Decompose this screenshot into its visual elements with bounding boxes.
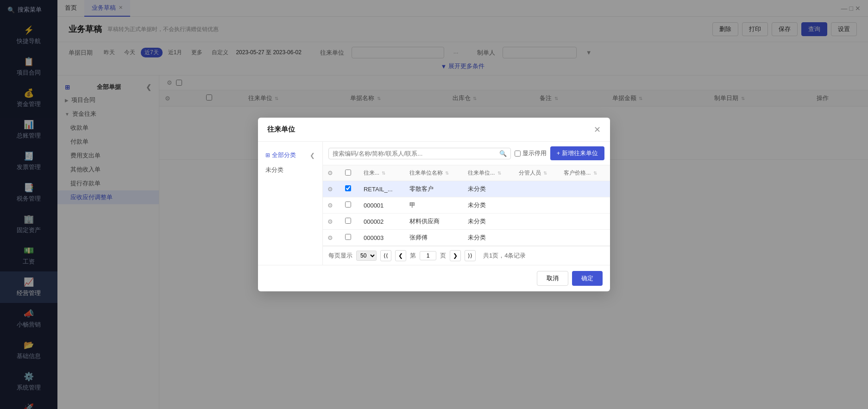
page-label: 第: [410, 252, 416, 260]
dialog-body: ⊞ 全部分类 ❮ 未分类 🔍 显示停用: [258, 142, 610, 265]
dialog-right: 🔍 显示停用 + 新增往来单位 ⚙: [323, 142, 610, 265]
row-price: [559, 181, 610, 197]
row-category: 未分类: [463, 197, 514, 214]
dialog-overlay: 往来单位 ✕ ⊞ 全部分类 ❮ 未分类: [0, 0, 868, 409]
page-next-btn[interactable]: ❯: [450, 250, 461, 261]
show-disabled-label[interactable]: 显示停用: [515, 149, 547, 157]
cancel-button[interactable]: 取消: [537, 271, 568, 286]
table-row[interactable]: ⚙ 000003 张师傅 未分类: [323, 230, 610, 246]
row-checkbox[interactable]: [340, 181, 359, 197]
confirm-button[interactable]: 确定: [572, 271, 603, 286]
table-row[interactable]: ⚙ RETAIL_... 零散客户 未分类: [323, 181, 610, 197]
search-icon: 🔍: [499, 150, 507, 157]
dialog-close-icon[interactable]: ✕: [594, 126, 601, 134]
row-category: 未分类: [463, 181, 514, 197]
dialog-all-category[interactable]: ⊞ 全部分类 ❮: [258, 147, 322, 163]
partner-table: ⚙ 往来... ⇅ 往来单位名称 ⇅ 往来单位... ⇅ 分管人员 ⇅ 客户价格…: [323, 165, 610, 246]
page-total-info: 共1页，4条记录: [483, 252, 526, 260]
table-row[interactable]: ⚙ 000002 材料供应商 未分类: [323, 214, 610, 230]
dlg-per-page-select[interactable]: 50: [356, 251, 377, 261]
row-code: 000002: [359, 214, 405, 230]
dialog-actions: 取消 确定: [258, 265, 610, 291]
show-disabled-checkbox[interactable]: [515, 151, 521, 157]
row-settings: ⚙: [323, 214, 340, 230]
dlg-per-page-label: 每页显示: [328, 252, 352, 260]
dialog-unclassified[interactable]: 未分类: [258, 163, 322, 177]
row-settings: ⚙: [323, 230, 340, 246]
row-category: 未分类: [463, 214, 514, 230]
dialog-header: 往来单位 ✕: [258, 118, 610, 142]
dtcol-code[interactable]: 往来... ⇅: [359, 165, 405, 181]
all-category-label: 全部分类: [272, 151, 296, 159]
dtcol-name[interactable]: 往来单位名称 ⇅: [405, 165, 463, 181]
row-manager: [514, 230, 560, 246]
dialog-search-box: 🔍: [328, 148, 511, 159]
dialog-search-input[interactable]: [333, 150, 497, 157]
row-price: [559, 230, 610, 246]
row-price: [559, 214, 610, 230]
show-disabled-text: 显示停用: [522, 149, 547, 157]
row-manager: [514, 181, 560, 197]
row-settings: ⚙: [323, 181, 340, 197]
row-name: 甲: [405, 197, 463, 214]
row-code: RETAIL_...: [359, 181, 405, 197]
dialog-pagination: 每页显示 50 ⟨⟨ ❮ 第 页 ❯ ⟩⟩ 共1页，4条记录: [323, 246, 610, 265]
row-name: 材料供应商: [405, 214, 463, 230]
dialog-title: 往来单位: [267, 125, 295, 134]
row-name: 零散客户: [405, 181, 463, 197]
table-row[interactable]: ⚙ 000001 甲 未分类: [323, 197, 610, 214]
page-first-btn[interactable]: ⟨⟨: [380, 250, 391, 261]
page-number-input[interactable]: [420, 251, 436, 260]
add-partner-button[interactable]: + 新增往来单位: [550, 146, 604, 160]
page-unit: 页: [440, 252, 446, 260]
row-name: 张师傅: [405, 230, 463, 246]
dtcol-manager[interactable]: 分管人员 ⇅: [514, 165, 560, 181]
row-checkbox[interactable]: [340, 214, 359, 230]
page-prev-btn[interactable]: ❮: [395, 250, 406, 261]
grid-icon: ⊞: [265, 152, 270, 158]
page-last-btn[interactable]: ⟩⟩: [465, 250, 476, 261]
row-code: 000001: [359, 197, 405, 214]
dialog-categories: ⊞ 全部分类 ❮ 未分类: [258, 142, 323, 265]
partner-dialog: 往来单位 ✕ ⊞ 全部分类 ❮ 未分类: [258, 118, 610, 291]
unclassified-label: 未分类: [265, 166, 283, 173]
dialog-table: ⚙ 往来... ⇅ 往来单位名称 ⇅ 往来单位... ⇅ 分管人员 ⇅ 客户价格…: [323, 165, 610, 246]
row-category: 未分类: [463, 230, 514, 246]
dialog-toolbar: 🔍 显示停用 + 新增往来单位: [323, 142, 610, 165]
dtcol-category[interactable]: 往来单位... ⇅: [463, 165, 514, 181]
row-checkbox[interactable]: [340, 197, 359, 214]
row-manager: [514, 197, 560, 214]
dtcol-checkbox: [340, 165, 359, 181]
dtcol-price[interactable]: 客户价格... ⇅: [559, 165, 610, 181]
row-checkbox[interactable]: [340, 230, 359, 246]
dtcol-settings: ⚙: [323, 165, 340, 181]
collapse-arrow-icon[interactable]: ❮: [310, 152, 315, 159]
dt-select-all[interactable]: [345, 170, 351, 176]
row-manager: [514, 214, 560, 230]
row-settings: ⚙: [323, 197, 340, 214]
row-price: [559, 197, 610, 214]
row-code: 000003: [359, 230, 405, 246]
